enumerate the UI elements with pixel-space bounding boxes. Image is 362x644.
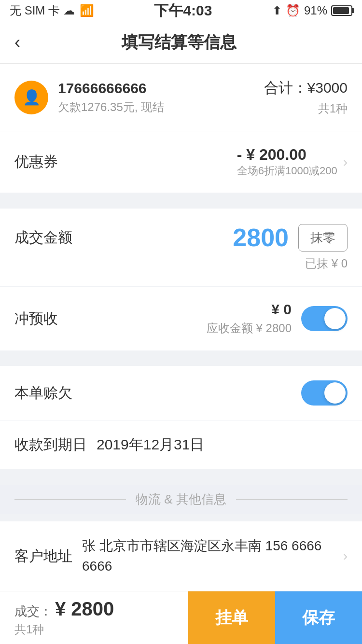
- status-left: 无 SIM 卡 ☁ 📶: [10, 3, 94, 18]
- amount-label: 成交金额: [14, 228, 72, 248]
- status-time: 下午4:03: [154, 1, 212, 21]
- amount-value: 2800: [233, 223, 289, 252]
- coupon-desc: 全场6折满1000减200: [237, 164, 337, 178]
- divider-3: [0, 477, 362, 485]
- avatar: 👤: [14, 81, 48, 114]
- amount-row: 成交金额 2800 抹零: [14, 223, 348, 252]
- logistics-text: 物流 & 其他信息: [126, 491, 236, 508]
- status-right: ⬆ ⏰ 91%: [272, 4, 352, 17]
- signal-text: 无 SIM 卡 ☁: [10, 3, 75, 18]
- toggle-knob: [324, 308, 346, 329]
- debit-toggle[interactable]: [301, 380, 348, 406]
- duedate-label: 收款到期日: [14, 435, 87, 455]
- footer-count: 共1种: [14, 622, 174, 637]
- coupon-row[interactable]: 优惠券 - ¥ 200.00 全场6折满1000减200 ›: [0, 131, 362, 193]
- footer-label: 成交：: [14, 603, 52, 620]
- address-section[interactable]: 客户地址 张 北京市市辖区海淀区永丰南 156 6666 6666 ›: [0, 521, 362, 591]
- pending-button[interactable]: 挂单: [188, 591, 275, 644]
- wifi-icon: 📶: [80, 4, 94, 17]
- customer-left: 👤 17666666666 欠款1276.35元, 现结: [14, 80, 164, 115]
- round-button[interactable]: 抹零: [298, 224, 348, 252]
- debit-label: 本单赊欠: [14, 383, 72, 403]
- address-chevron-icon: ›: [343, 548, 348, 564]
- total-amount: 合计：¥3000: [264, 78, 348, 98]
- save-button[interactable]: 保存: [275, 591, 362, 644]
- coupon-right: - ¥ 200.00 全场6折满1000减200 ›: [237, 146, 348, 178]
- coupon-discount: - ¥ 200.00: [237, 146, 337, 164]
- address-label: 客户地址: [14, 546, 72, 566]
- customer-phone: 17666666666: [58, 80, 164, 97]
- location-icon: ⬆: [272, 4, 282, 17]
- customer-card: 👤 17666666666 欠款1276.35元, 现结 合计：¥3000 共1…: [0, 64, 362, 131]
- prepay-toggle[interactable]: [301, 306, 348, 331]
- status-bar: 无 SIM 卡 ☁ 📶 下午4:03 ⬆ ⏰ 91%: [0, 0, 362, 21]
- debit-toggle-knob: [324, 382, 346, 404]
- footer: 成交： ¥ 2800 共1种 挂单 保存: [0, 591, 362, 644]
- total-count: 共1种: [264, 101, 348, 116]
- coupon-label: 优惠券: [14, 152, 58, 172]
- prepay-sub: 应收金额 ¥ 2800: [207, 321, 292, 336]
- footer-amount: ¥ 2800: [55, 598, 114, 620]
- battery-percent: 91%: [304, 4, 327, 17]
- divider-1: [0, 201, 362, 209]
- prepay-section: 冲预收 ¥ 0 应收金额 ¥ 2800: [0, 286, 362, 350]
- prepay-row: 冲预收 ¥ 0 应收金额 ¥ 2800: [14, 301, 348, 336]
- amount-sub: 已抹 ¥ 0: [14, 256, 348, 271]
- duedate-section: 收款到期日 2019年12月31日: [0, 420, 362, 469]
- customer-sub: 欠款1276.35元, 现结: [58, 99, 164, 115]
- debit-section: 本单赊欠: [0, 366, 362, 420]
- back-button[interactable]: ‹: [14, 32, 20, 53]
- logistics-divider: 物流 & 其他信息: [0, 485, 362, 514]
- divider-4: [0, 514, 362, 521]
- amount-right: 2800 抹零: [233, 223, 348, 252]
- page-title: 填写结算等信息: [30, 31, 328, 54]
- battery-icon: [331, 5, 352, 16]
- customer-right: 合计：¥3000 共1种: [264, 78, 348, 116]
- prepay-label: 冲预收: [14, 309, 58, 329]
- prepay-right: ¥ 0 应收金额 ¥ 2800: [207, 301, 292, 336]
- coupon-chevron-icon: ›: [343, 154, 348, 170]
- duedate-value: 2019年12月31日: [97, 435, 204, 455]
- address-value: 张 北京市市辖区海淀区永丰南 156 6666 6666: [82, 536, 334, 576]
- divider-2: [0, 358, 362, 366]
- footer-info: 成交： ¥ 2800 共1种: [0, 598, 188, 637]
- amount-section: 成交金额 2800 抹零 已抹 ¥ 0: [0, 209, 362, 286]
- alarm-icon: ⏰: [286, 4, 300, 17]
- nav-bar: ‹ 填写结算等信息: [0, 21, 362, 64]
- customer-info: 17666666666 欠款1276.35元, 现结: [58, 80, 164, 115]
- prepay-amount: ¥ 0: [271, 301, 292, 318]
